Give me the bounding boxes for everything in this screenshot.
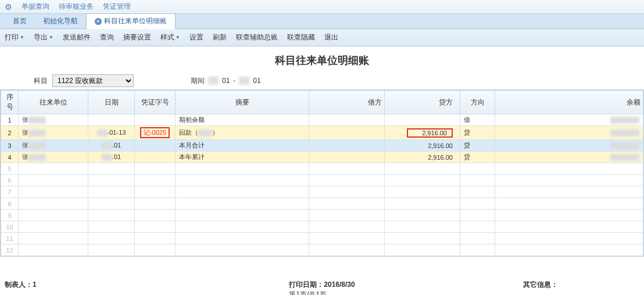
cell-date: .01	[88, 140, 135, 152]
cell-debit	[309, 140, 385, 152]
cell-balance	[495, 140, 643, 152]
cell-voucher	[135, 114, 176, 126]
pager: 第1页/共1页	[289, 290, 355, 295]
cell-debit	[309, 126, 385, 140]
col-seq[interactable]: 序号	[1, 91, 19, 114]
blur-mask	[239, 77, 249, 85]
cell-unit: 张	[19, 114, 88, 126]
aux-ledger-button[interactable]: 联查辅助总账	[236, 33, 278, 42]
voucher-highlight: 记-0025	[140, 127, 170, 138]
cell-balance	[495, 152, 643, 163]
col-dir[interactable]: 方向	[460, 91, 495, 114]
table-row[interactable]: 11	[1, 233, 643, 244]
cell-seq: 11	[1, 233, 19, 244]
refresh-button[interactable]: 刷新	[213, 33, 227, 42]
table-row[interactable]: 1 张 期初余额 借	[1, 114, 643, 126]
cell-date: -01-13	[88, 126, 135, 140]
query-button[interactable]: 查询	[100, 33, 114, 42]
col-date[interactable]: 日期	[88, 91, 135, 114]
cell-seq: 6	[1, 175, 19, 186]
cell-seq: 10	[1, 221, 19, 233]
footer: 制表人：1 打印日期：2016/8/30 第1页/共1页 其它信息：	[0, 257, 644, 295]
settings-button[interactable]: 设置	[189, 33, 203, 42]
subject-label: 科目	[34, 76, 48, 86]
col-unit[interactable]: 往来单位	[19, 91, 88, 114]
cell-dir: 贷	[460, 140, 495, 152]
cell-seq: 8	[1, 198, 19, 210]
table-row[interactable]: 8	[1, 198, 643, 210]
cell-voucher	[135, 140, 176, 152]
nav-pending-audit[interactable]: 待审核业务	[59, 2, 94, 12]
subject-select[interactable]: 1122 应收账款	[52, 74, 134, 87]
cell-voucher: 记-0025	[135, 126, 176, 140]
print-button[interactable]: 打印▼	[5, 33, 24, 42]
top-nav: ⚙ 单据查询 待审核业务 凭证管理	[0, 0, 644, 14]
table-row[interactable]: 5	[1, 163, 643, 175]
cell-seq: 1	[1, 114, 19, 126]
table-row[interactable]: 3 张 .01 本月合计 2,916.00 贷	[1, 140, 643, 152]
table-row[interactable]: 10	[1, 221, 643, 233]
nav-voucher-manage[interactable]: 凭证管理	[103, 2, 131, 12]
hide-button[interactable]: 联查隐藏	[287, 33, 315, 42]
tab-home[interactable]: 首页	[5, 14, 35, 28]
cell-seq: 9	[1, 210, 19, 221]
cell-debit	[309, 152, 385, 163]
table-row[interactable]: 7	[1, 186, 643, 198]
table-row[interactable]: 2 张 -01-13 记-0025 回款（） 2,916.00 贷	[1, 126, 643, 140]
cell-seq: 2	[1, 126, 19, 140]
exit-button[interactable]: 退出	[324, 33, 338, 42]
chevron-down-icon: ▼	[20, 35, 24, 40]
cell-credit: 2,916.00	[385, 152, 460, 163]
col-debit[interactable]: 借方	[309, 91, 385, 114]
footer-maker: 制表人：1	[5, 280, 121, 295]
cell-summary: 本年累计	[176, 152, 309, 163]
table-row[interactable]: 6	[1, 175, 643, 186]
cell-debit	[309, 114, 385, 126]
table-row[interactable]: 9	[1, 210, 643, 221]
gear-icon[interactable]: ⚙	[5, 2, 12, 12]
col-summary[interactable]: 摘要	[176, 91, 309, 114]
cell-seq: 7	[1, 186, 19, 198]
toolbar: 打印▼ 导出▼ 发送邮件 查询 摘要设置 样式▼ 设置 刷新 联查辅助总账 联查…	[0, 29, 644, 46]
table-wrapper: 序号 往来单位 日期 凭证字号 摘要 借方 贷方 方向 余额 1 张 期初余额 …	[0, 89, 644, 257]
summary-set-button[interactable]: 摘要设置	[123, 33, 151, 42]
cell-credit: 2,916.00	[385, 140, 460, 152]
cell-voucher	[135, 152, 176, 163]
cell-date: .01	[88, 152, 135, 163]
nav-bill-query[interactable]: 单据查询	[22, 2, 49, 12]
tab-label: 科目往来单位明细账	[104, 16, 167, 26]
col-credit[interactable]: 贷方	[385, 91, 460, 114]
cell-seq: 4	[1, 152, 19, 163]
style-button[interactable]: 样式▼	[160, 33, 180, 42]
cell-credit: 2,916.00	[385, 126, 460, 140]
close-icon[interactable]: ✕	[95, 18, 102, 25]
tab-ledger-detail[interactable]: ✕ 科目往来单位明细账	[86, 13, 176, 29]
tab-bar: 首页 初始化导航 ✕ 科目往来单位明细账	[0, 14, 644, 29]
filter-bar: 科目 1122 应收账款 期间 01 - 01	[0, 72, 644, 89]
export-button[interactable]: 导出▼	[34, 33, 53, 42]
cell-dir: 借	[460, 114, 495, 126]
table-row[interactable]: 4 张 .01 本年累计 2,916.00 贷	[1, 152, 643, 163]
period-sep: -	[233, 77, 235, 85]
cell-seq: 12	[1, 244, 19, 256]
credit-highlight: 2,916.00	[407, 128, 453, 138]
period-start: 01	[222, 77, 230, 85]
cell-unit: 张	[19, 140, 88, 152]
col-voucher[interactable]: 凭证字号	[135, 91, 176, 114]
cell-seq: 3	[1, 140, 19, 152]
col-balance[interactable]: 余额	[495, 91, 643, 114]
cell-unit: 张	[19, 152, 88, 163]
footer-other: 其它信息：	[523, 280, 639, 295]
tab-init-nav[interactable]: 初始化导航	[35, 14, 86, 28]
period-label: 期间	[191, 76, 205, 86]
send-mail-button[interactable]: 发送邮件	[63, 33, 91, 42]
footer-print-info: 打印日期：2016/8/30 第1页/共1页	[289, 280, 355, 295]
cell-dir: 贷	[460, 152, 495, 163]
cell-seq: 5	[1, 163, 19, 175]
cell-date	[88, 114, 135, 126]
page-title: 科目往来单位明细账	[0, 46, 644, 72]
cell-balance	[495, 114, 643, 126]
period-end: 01	[253, 77, 260, 85]
table-row[interactable]: 12	[1, 244, 643, 256]
cell-dir: 贷	[460, 126, 495, 140]
